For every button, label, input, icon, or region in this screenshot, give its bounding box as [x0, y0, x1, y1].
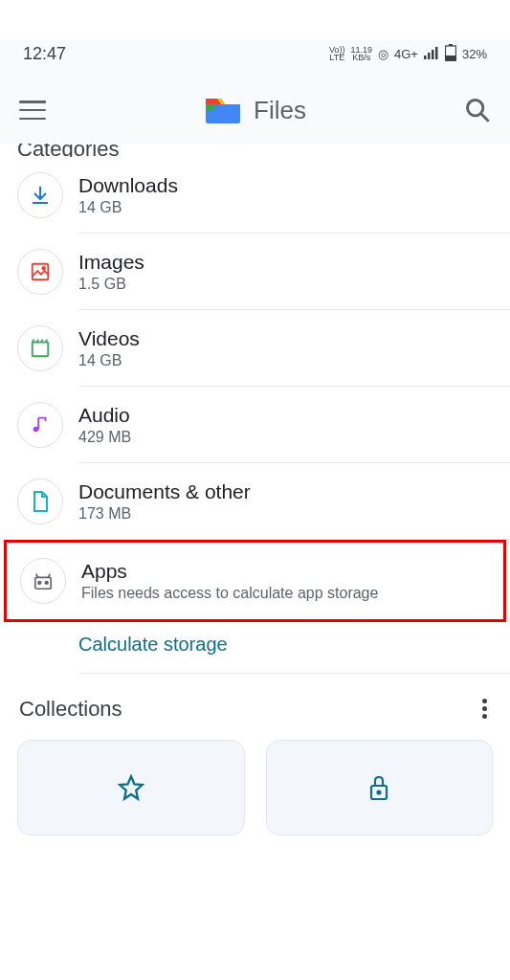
category-documents[interactable]: Documents & other 173 MB	[0, 463, 510, 540]
app-bar: Files	[0, 67, 510, 153]
categories-header: Categories	[0, 144, 510, 157]
category-images[interactable]: Images 1.5 GB	[0, 234, 510, 310]
image-icon	[17, 249, 63, 295]
category-downloads[interactable]: Downloads 14 GB	[0, 157, 510, 234]
svg-point-7	[468, 100, 483, 116]
status-bar: 12:47 Vo)) LTE 11.19 KB/s ◎ 4G+ 32%	[0, 40, 510, 67]
svg-line-8	[481, 114, 489, 122]
apps-icon	[20, 558, 66, 604]
status-indicators: Vo)) LTE 11.19 KB/s ◎ 4G+ 32%	[329, 44, 487, 64]
svg-rect-1	[428, 53, 431, 59]
category-title: Images	[78, 251, 493, 274]
collections-more-button[interactable]	[478, 695, 491, 723]
category-sub: Files needs access to calculate app stor…	[81, 585, 486, 602]
category-size: 14 GB	[78, 352, 493, 369]
category-size: 173 MB	[78, 505, 493, 523]
svg-point-14	[38, 581, 41, 584]
category-size: 14 GB	[78, 199, 493, 216]
calculate-storage-link[interactable]: Calculate storage	[78, 634, 228, 655]
category-title: Videos	[78, 327, 493, 350]
files-logo-icon	[204, 95, 242, 125]
category-title: Downloads	[78, 174, 493, 197]
app-title: Files	[254, 96, 306, 125]
svg-point-10	[42, 267, 45, 270]
menu-button[interactable]	[19, 100, 46, 120]
svg-rect-0	[424, 56, 427, 59]
category-title: Apps	[81, 560, 486, 583]
category-title: Documents & other	[78, 480, 493, 503]
document-icon	[17, 479, 63, 524]
svg-rect-3	[435, 47, 438, 59]
category-videos[interactable]: Videos 14 GB	[0, 310, 510, 387]
svg-point-15	[45, 581, 48, 584]
star-icon	[118, 774, 144, 801]
category-audio[interactable]: Audio 429 MB	[0, 387, 510, 463]
video-icon	[17, 325, 63, 371]
svg-rect-2	[432, 50, 434, 59]
svg-point-12	[33, 427, 39, 433]
calculate-storage-row: Calculate storage	[0, 622, 510, 673]
search-button[interactable]	[464, 97, 491, 123]
category-list: Downloads 14 GB Images 1.5 GB Videos 14 …	[0, 157, 510, 674]
battery-icon	[445, 44, 456, 64]
svg-rect-6	[446, 56, 455, 60]
svg-rect-11	[33, 343, 49, 357]
svg-point-17	[378, 791, 381, 794]
category-size: 1.5 GB	[78, 276, 493, 293]
lock-icon	[367, 774, 390, 801]
signal-icon	[424, 46, 439, 62]
collection-safe[interactable]	[266, 740, 494, 835]
category-size: 429 MB	[78, 429, 493, 446]
collection-favorites[interactable]	[17, 740, 245, 835]
collections-header: Collections	[19, 697, 122, 722]
category-title: Audio	[78, 404, 493, 427]
status-time: 12:47	[23, 44, 66, 64]
apps-highlight: Apps Files needs access to calculate app…	[4, 540, 506, 622]
collections-grid	[0, 740, 510, 835]
download-icon	[17, 172, 63, 218]
category-apps[interactable]: Apps Files needs access to calculate app…	[7, 543, 503, 619]
audio-icon	[17, 402, 63, 448]
hotspot-icon: ◎	[378, 47, 388, 61]
